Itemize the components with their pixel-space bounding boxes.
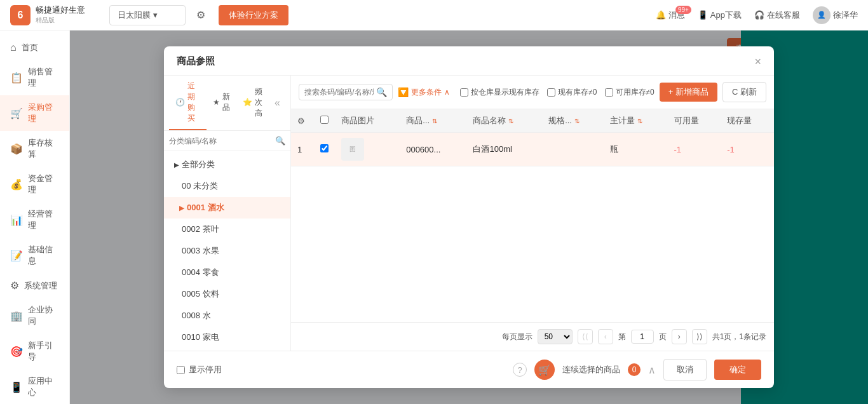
page-size-select[interactable]: 50 10 20 100	[538, 329, 573, 344]
tab-freq[interactable]: ⭐ 频次高	[236, 76, 269, 130]
modal-header: 商品参照 ×	[164, 46, 774, 76]
prev-page-button[interactable]: ‹	[598, 329, 613, 344]
cat-item-0001[interactable]: ▶ 0001 酒水	[164, 197, 290, 219]
add-product-button[interactable]: + 新增商品	[660, 83, 717, 102]
col-code[interactable]: 商品... ⇅	[400, 109, 466, 133]
sidebar-item-label: 经营管理	[28, 208, 59, 231]
app-download[interactable]: 📱 App下载	[698, 10, 742, 21]
col-unit[interactable]: 主计量 ⇅	[604, 109, 667, 133]
refresh-button[interactable]: C 刷新	[722, 82, 766, 102]
last-page-button[interactable]: ⟩⟩	[692, 329, 707, 344]
checkbox-cell[interactable]	[314, 133, 335, 166]
collapse-panel-button[interactable]: «	[269, 76, 285, 130]
checkbox-available[interactable]: 可用库存≠0	[605, 87, 654, 98]
search-bar: 🔍 🔽 更多条件 ∧ 按仓库显示现有库存	[291, 76, 774, 109]
collapse-arrow-icon[interactable]: ∧	[648, 364, 656, 376]
select-all-checkbox[interactable]	[320, 116, 329, 124]
business-icon: 📊	[10, 214, 23, 226]
product-search-input[interactable]	[304, 88, 374, 97]
sidebar-item-appcenter[interactable]: 📱 应用中心	[0, 369, 69, 404]
sidebar-item-business[interactable]: 📊 经营管理	[0, 202, 69, 238]
col-settings[interactable]: ⚙	[291, 109, 314, 133]
sort-icon: ⇅	[637, 118, 642, 125]
spec-cell	[542, 133, 604, 166]
sidebar-item-finance[interactable]: 💰 资金管理	[0, 166, 69, 202]
page-input[interactable]	[631, 330, 654, 344]
cat-item-0010[interactable]: 0010 家电	[164, 327, 290, 348]
checkbox-current[interactable]: 现有库存≠0	[547, 87, 597, 98]
tab-recent[interactable]: 🕐 近期购买	[169, 76, 207, 130]
modal-close-button[interactable]: ×	[754, 56, 761, 67]
show-disabled-checkbox[interactable]	[177, 366, 185, 374]
sidebar: ⌂ 首页 📋 销售管理 🛒 采购管理 📦 库存核算 💰 资金管理 📊 经营管理 …	[0, 30, 70, 404]
sidebar-item-home[interactable]: ⌂ 首页	[0, 36, 69, 60]
cat-item-0005[interactable]: 0005 饮料	[164, 283, 290, 305]
finance-icon: 💰	[10, 178, 23, 191]
cat-item-00[interactable]: 00 未分类	[164, 175, 290, 197]
product-thumbnail: 图	[341, 138, 364, 161]
sidebar-item-system[interactable]: ⚙ 系统管理	[0, 273, 69, 298]
product-table: ⚙ 商品图片 商品...	[291, 109, 774, 166]
col-spec[interactable]: 规格... ⇅	[542, 109, 604, 133]
logo-icon: 6	[10, 5, 31, 25]
col-name[interactable]: 商品名称 ⇅	[466, 109, 542, 133]
cancel-button[interactable]: 取消	[663, 359, 707, 380]
cart-icon-wrap[interactable]: 🛒	[534, 360, 555, 380]
exp-btn[interactable]: 体验行业方案	[219, 5, 288, 25]
phone-icon: 📱	[698, 10, 708, 20]
cat-item-0008[interactable]: 0008 水	[164, 305, 290, 327]
filter-button[interactable]: 🔽 更多条件 ∧	[398, 87, 450, 98]
cat-item-0002[interactable]: 0002 茶叶	[164, 219, 290, 240]
expand-icon: ▶	[174, 161, 179, 168]
user-profile[interactable]: 👤 徐泽华	[813, 6, 858, 24]
checkbox-warehouse-input[interactable]	[460, 88, 468, 97]
logo-sub: 精品版	[36, 16, 85, 25]
nav-dropdown[interactable]: 日太阳膜 ▾	[109, 5, 186, 25]
search-icon[interactable]: 🔍	[376, 87, 387, 97]
col-checkbox	[314, 109, 335, 133]
row-checkbox[interactable]	[320, 144, 329, 152]
sidebar-item-basic[interactable]: 📝 基础信息	[0, 238, 69, 273]
modal-body: 🕐 近期购买 ★ 新品 ⭐ 频次高 «	[164, 76, 774, 351]
modal-backdrop: 商品参照 × 🕐 近期购买 ★	[70, 30, 868, 404]
top-nav: 6 畅捷通好生意 精品版 日太阳膜 ▾ ⚙ 体验行业方案 🔔 消息 99+ 📱 …	[0, 0, 868, 30]
sidebar-item-sales[interactable]: 📋 销售管理	[0, 60, 69, 95]
search-input-wrap: 🔍	[299, 84, 393, 100]
pagination: 每页显示 50 10 20 100 ⟨⟨ ‹ 第 页	[291, 322, 774, 351]
checkbox-available-input[interactable]	[605, 88, 613, 97]
next-page-button[interactable]: ›	[672, 329, 687, 344]
gear-button[interactable]: ⚙	[191, 5, 211, 25]
online-service[interactable]: 🎧 在线客服	[754, 10, 800, 21]
sidebar-item-purchase[interactable]: 🛒 采购管理	[0, 95, 69, 131]
recent-icon: 🕐	[175, 98, 185, 107]
expand-icon: ▶	[179, 205, 184, 212]
sidebar-item-guide[interactable]: 🎯 新手引导	[0, 333, 69, 369]
seq-cell: 1	[291, 133, 314, 166]
confirm-button[interactable]: 确定	[714, 360, 761, 380]
col-available: 可用量	[668, 109, 721, 133]
sidebar-item-label: 资金管理	[28, 173, 59, 196]
sidebar-item-inventory[interactable]: 📦 库存核算	[0, 131, 69, 166]
stock-cell: -1	[721, 133, 774, 166]
cat-item-0003[interactable]: 0003 水果	[164, 240, 290, 262]
system-icon: ⚙	[10, 279, 19, 292]
category-search-icon[interactable]: 🔍	[275, 136, 285, 145]
sidebar-item-label: 新手引导	[28, 340, 59, 363]
help-icon[interactable]: ?	[513, 363, 527, 377]
notif-count: 99+	[675, 6, 691, 14]
purchase-icon: 🛒	[10, 107, 23, 119]
new-icon: ★	[213, 98, 220, 107]
content-area: 查询 设置 刷新 商品参照 ×	[70, 30, 868, 404]
cat-item-all[interactable]: ▶ 全部分类	[164, 154, 290, 175]
selected-count-badge: 0	[628, 363, 641, 376]
notifications[interactable]: 🔔 消息 99+	[656, 10, 685, 21]
category-search-input[interactable]	[169, 137, 273, 145]
table-row[interactable]: 1 图 000600... 白酒100ml	[291, 133, 774, 166]
checkbox-current-input[interactable]	[547, 88, 555, 97]
cat-item-0004[interactable]: 0004 零食	[164, 262, 290, 283]
first-page-button[interactable]: ⟨⟨	[578, 329, 593, 344]
tab-new[interactable]: ★ 新品	[207, 76, 236, 130]
sidebar-item-enterprise[interactable]: 🏢 企业协同	[0, 298, 69, 333]
show-disabled-label[interactable]: 显示停用	[177, 364, 222, 375]
checkbox-warehouse[interactable]: 按仓库显示现有库存	[460, 87, 539, 98]
